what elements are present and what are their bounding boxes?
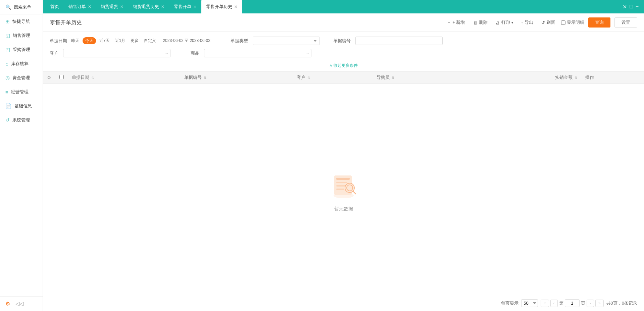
delete-button[interactable]: 🗑 删除 xyxy=(471,18,490,27)
sidebar-item-label: 库存核算 xyxy=(11,61,29,67)
sidebar-item-inventory[interactable]: ⌂ 库存核算 xyxy=(0,57,43,71)
sidebar-item-label: 经营管理 xyxy=(11,89,29,95)
customer-label: 客户 xyxy=(50,50,58,56)
date-btn-1month[interactable]: 近1月 xyxy=(113,37,128,44)
sidebar-item-basic-info[interactable]: 📄 基础信息 xyxy=(0,99,43,113)
date-filter-label: 单据日期 xyxy=(50,38,67,44)
purchase-mgmt-icon: ◳ xyxy=(5,47,10,53)
query-button[interactable]: 查询 xyxy=(588,17,610,28)
sort-no-icon: ⇅ xyxy=(204,76,206,80)
table-header-row: ⚙ 单据日期 ⇅ 单据编号 ⇅ xyxy=(43,71,644,84)
sidebar-item-system-mgmt[interactable]: ↺ 系统管理 xyxy=(0,113,43,127)
goods-dots-icon[interactable]: ··· xyxy=(305,51,309,56)
last-page-button[interactable]: » xyxy=(595,300,604,307)
tab-bar-restore-icon[interactable]: □ xyxy=(630,4,633,10)
sidebar-item-purchase-mgmt[interactable]: ◳ 采购管理 xyxy=(0,43,43,57)
print-label: 打印 xyxy=(501,19,510,25)
bill-no-filter: 单据编号 xyxy=(333,37,443,45)
select-all-checkbox[interactable] xyxy=(59,75,64,79)
refresh-label: 刷新 xyxy=(546,19,555,25)
date-btn-today[interactable]: 今天 xyxy=(83,37,96,44)
th-amount[interactable]: 实销金额 ⇅ xyxy=(469,71,581,84)
tab-sales-return-close[interactable]: ✕ xyxy=(120,4,123,9)
column-settings-icon[interactable]: ⚙ xyxy=(47,75,51,80)
sidebar-search[interactable]: 🔍 搜索采单 xyxy=(0,0,43,14)
tab-sales-order[interactable]: 销售订单 ✕ xyxy=(64,0,96,13)
export-button[interactable]: ↑ 导出 xyxy=(519,18,536,27)
sidebar-item-sales-mgmt[interactable]: ◱ 销售管理 xyxy=(0,29,43,43)
customer-filter: 客户 ··· xyxy=(50,49,170,57)
tab-bar: 首页 销售订单 ✕ 销货退货 ✕ 销货退货历史 ✕ 零售开单 ✕ 零售开单历史 … xyxy=(43,0,644,13)
delete-label: 删除 xyxy=(479,19,488,25)
show-detail-checkbox[interactable] xyxy=(561,20,565,25)
settings-button[interactable]: 设置 xyxy=(614,17,637,28)
collapse-more-conditions[interactable]: ∧ 收起更多条件 xyxy=(50,61,637,71)
settings-bottom-icon[interactable]: ⚙ xyxy=(5,301,10,307)
bill-type-filter: 单据类型 xyxy=(231,37,320,45)
date-btn-yesterday[interactable]: 昨天 xyxy=(69,37,81,44)
th-no[interactable]: 单据编号 ⇅ xyxy=(180,71,293,84)
main-content: 首页 销售订单 ✕ 销货退货 ✕ 销货退货历史 ✕ 零售开单 ✕ 零售开单历史 … xyxy=(43,0,644,311)
per-page-select[interactable]: 20 50 100 200 xyxy=(521,299,538,307)
filter-row-2: 客户 ··· 商品 ··· xyxy=(50,49,637,57)
page-header: 零售开单历史 ＋ + 新增 🗑 删除 🖨 打印 ▾ ↑ 导出 ↺ 刷新 xyxy=(43,13,644,32)
sidebar-item-operations[interactable]: ≡ 经营管理 xyxy=(0,85,43,99)
tab-bar-close-icon[interactable]: ✕ xyxy=(623,4,627,10)
tab-retail-open-close[interactable]: ✕ xyxy=(193,4,197,9)
th-action: 操作 xyxy=(581,71,644,84)
finance-icon: ◎ xyxy=(5,75,10,81)
th-date[interactable]: 单据日期 ⇅ xyxy=(68,71,180,84)
per-page-label: 每页显示 xyxy=(501,300,518,306)
date-btn-7days[interactable]: 近7天 xyxy=(97,37,112,44)
sort-date-icon: ⇅ xyxy=(91,76,94,80)
sidebar-item-label: 采购管理 xyxy=(13,47,30,53)
tab-retail-open-label: 零售开单 xyxy=(174,4,191,10)
sidebar-item-quick-nav[interactable]: ⊞ 快捷导航 xyxy=(0,14,43,29)
date-range-display: 2023-06-02 至 2023-06-02 xyxy=(163,38,210,44)
tab-retail-open-history-close[interactable]: ✕ xyxy=(234,4,238,9)
bill-no-input[interactable] xyxy=(355,37,443,45)
tab-bar-minimize-icon[interactable]: − xyxy=(636,4,639,10)
th-customer[interactable]: 客户 ⇅ xyxy=(293,71,373,84)
tab-sales-order-close[interactable]: ✕ xyxy=(88,4,91,9)
tab-retail-open-history[interactable]: 零售开单历史 ✕ xyxy=(201,0,242,13)
add-icon: ＋ xyxy=(447,19,451,25)
print-button[interactable]: 🖨 打印 ▾ xyxy=(494,18,515,27)
tab-retail-open-history-label: 零售开单历史 xyxy=(206,4,232,10)
search-icon: 🔍 xyxy=(5,4,11,10)
print-dropdown-icon: ▾ xyxy=(511,21,513,24)
tab-sales-return-history-close[interactable]: ✕ xyxy=(161,4,164,9)
sidebar-search-label: 搜索采单 xyxy=(14,4,31,10)
customer-dots-icon[interactable]: ··· xyxy=(164,51,168,56)
tab-home[interactable]: 首页 xyxy=(46,0,64,13)
tab-retail-open[interactable]: 零售开单 ✕ xyxy=(169,0,201,13)
page-suffix: 页 xyxy=(581,300,585,306)
next-page-button[interactable]: › xyxy=(587,300,594,307)
delete-icon: 🗑 xyxy=(473,20,478,25)
tab-bar-actions: ✕ □ − xyxy=(623,4,641,10)
date-btn-custom[interactable]: 自定义 xyxy=(142,37,158,44)
empty-state-icon xyxy=(327,167,360,201)
sidebar-item-finance[interactable]: ◎ 资金管理 xyxy=(0,71,43,85)
bill-type-select[interactable] xyxy=(253,37,320,45)
print-icon: 🖨 xyxy=(496,20,500,25)
tab-sales-return[interactable]: 销货退货 ✕ xyxy=(96,0,128,13)
refresh-button[interactable]: ↺ 刷新 xyxy=(539,18,557,27)
filter-area: 单据日期 昨天 今天 近7天 近1月 更多 自定义 2023-06-02 至 2… xyxy=(43,32,644,71)
customer-input[interactable] xyxy=(63,49,170,57)
page-input[interactable] xyxy=(565,299,580,307)
header-actions: ＋ + 新增 🗑 删除 🖨 打印 ▾ ↑ 导出 ↺ 刷新 显示 xyxy=(445,17,637,28)
add-label: + 新增 xyxy=(452,19,465,25)
add-button[interactable]: ＋ + 新增 xyxy=(445,18,467,27)
first-page-button[interactable]: « xyxy=(541,300,549,307)
prev-page-button[interactable]: ‹ xyxy=(550,300,558,307)
tab-sales-return-history[interactable]: 销货退货历史 ✕ xyxy=(128,0,169,13)
collapse-sidebar-icon[interactable]: ◁◁ xyxy=(15,301,23,307)
show-detail-checkbox-label[interactable]: 显示明细 xyxy=(561,19,584,25)
sort-amount-icon: ⇅ xyxy=(575,76,577,80)
bill-type-label: 单据类型 xyxy=(231,38,248,44)
inventory-icon: ⌂ xyxy=(5,61,8,67)
th-guide[interactable]: 导购员 ⇅ xyxy=(373,71,469,84)
goods-input[interactable] xyxy=(204,49,311,57)
date-btn-more[interactable]: 更多 xyxy=(129,37,141,44)
